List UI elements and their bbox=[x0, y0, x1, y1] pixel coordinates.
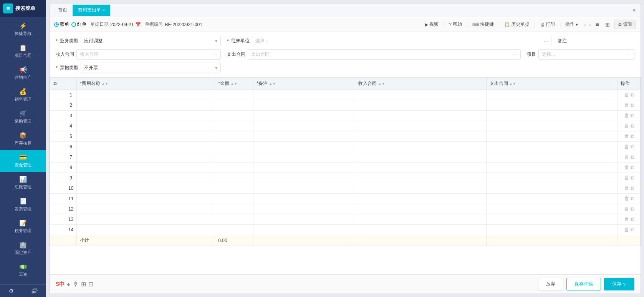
tab-home[interactable]: 首页 bbox=[53, 5, 73, 16]
row-expense-contract-11[interactable] bbox=[486, 194, 617, 204]
row-remark-7[interactable] bbox=[253, 152, 355, 163]
row-income-contract-12[interactable] bbox=[355, 204, 486, 214]
row-delete-10[interactable]: 🗑 bbox=[624, 185, 629, 191]
diamond-icon[interactable]: ♦ bbox=[67, 281, 70, 288]
row-amount-14[interactable] bbox=[215, 225, 253, 235]
business-type-select[interactable]: 应付调整 ▾ bbox=[81, 36, 221, 46]
number-value[interactable]: BE-20220921-001 bbox=[165, 22, 202, 27]
row-copy-6[interactable]: ⧉ bbox=[631, 144, 634, 150]
row-expense-contract-6[interactable] bbox=[486, 142, 617, 152]
row-copy-13[interactable]: ⧉ bbox=[631, 216, 634, 222]
row-income-contract-13[interactable] bbox=[355, 214, 486, 225]
settings-footer-icon[interactable]: ⚙ bbox=[9, 288, 14, 294]
sort-remark[interactable]: ▲▼ bbox=[269, 82, 276, 86]
row-remark-12[interactable] bbox=[253, 204, 355, 214]
shortcut-btn[interactable]: ⌨ 快捷键 bbox=[471, 20, 495, 28]
tab-expense[interactable]: 费用支出单 × bbox=[73, 5, 110, 16]
discard-button[interactable]: 放弃 bbox=[538, 278, 563, 290]
expense-contract-input[interactable]: 支出合同 ··· bbox=[248, 49, 521, 60]
grid-view-btn[interactable]: ⊞ bbox=[604, 21, 611, 28]
list-view-btn[interactable]: ≡ bbox=[594, 20, 601, 29]
nav-prev-btn[interactable]: ‹ bbox=[584, 22, 586, 28]
row-expense-contract-5[interactable] bbox=[486, 131, 617, 142]
row-amount-13[interactable] bbox=[215, 214, 253, 225]
row-delete-7[interactable]: 🗑 bbox=[624, 154, 629, 160]
row-income-contract-8[interactable] bbox=[355, 163, 486, 173]
row-delete-14[interactable]: 🗑 bbox=[624, 227, 629, 233]
row-expense-name-3[interactable] bbox=[77, 111, 215, 121]
sort-expense-name[interactable]: ▲▼ bbox=[101, 82, 108, 86]
row-amount-4[interactable] bbox=[215, 121, 253, 131]
row-copy-11[interactable]: ⧉ bbox=[631, 196, 634, 202]
sidebar-item-marketing[interactable]: 📢营销推广 bbox=[0, 62, 46, 84]
date-value[interactable]: 2022-09-21 bbox=[110, 22, 134, 27]
row-expense-contract-13[interactable] bbox=[486, 214, 617, 225]
row-delete-6[interactable]: 🗑 bbox=[624, 144, 629, 150]
row-income-contract-4[interactable] bbox=[355, 121, 486, 131]
row-amount-3[interactable] bbox=[215, 111, 253, 121]
row-amount-11[interactable] bbox=[215, 194, 253, 204]
row-income-contract-9[interactable] bbox=[355, 173, 486, 183]
sidebar-item-capital[interactable]: 💳资金管理 bbox=[0, 150, 46, 172]
sort-income-contract[interactable]: ▲▼ bbox=[378, 82, 385, 86]
mic-icon[interactable]: 🎙 bbox=[73, 281, 79, 288]
row-copy-7[interactable]: ⧉ bbox=[631, 154, 634, 160]
row-expense-contract-12[interactable] bbox=[486, 204, 617, 214]
row-income-contract-2[interactable] bbox=[355, 100, 486, 111]
row-delete-5[interactable]: 🗑 bbox=[624, 133, 629, 139]
row-income-contract-11[interactable] bbox=[355, 194, 486, 204]
row-copy-10[interactable]: ⧉ bbox=[631, 185, 634, 191]
row-expense-name-1[interactable] bbox=[77, 90, 215, 100]
row-expense-name-14[interactable] bbox=[77, 225, 215, 235]
row-remark-10[interactable] bbox=[253, 183, 355, 194]
row-copy-5[interactable]: ⧉ bbox=[631, 133, 634, 139]
row-amount-7[interactable] bbox=[215, 152, 253, 163]
calendar-icon[interactable]: 📅 bbox=[135, 22, 141, 27]
project-dots[interactable]: ··· bbox=[626, 51, 631, 58]
row-expense-name-7[interactable] bbox=[77, 152, 215, 163]
row-expense-name-2[interactable] bbox=[77, 100, 215, 111]
row-amount-2[interactable] bbox=[215, 100, 253, 111]
radio-blue[interactable]: 蓝单 bbox=[54, 21, 69, 28]
row-expense-contract-14[interactable] bbox=[486, 225, 617, 235]
row-remark-4[interactable] bbox=[253, 121, 355, 131]
income-contract-dots[interactable]: ··· bbox=[213, 51, 217, 58]
row-amount-6[interactable] bbox=[215, 142, 253, 152]
row-amount-1[interactable] bbox=[215, 90, 253, 100]
income-contract-input[interactable]: 收入合同 ··· bbox=[76, 49, 221, 60]
video-btn[interactable]: ▶ 视频 bbox=[423, 20, 440, 28]
history-btn[interactable]: 📋 历史单据 bbox=[503, 20, 531, 28]
row-income-contract-5[interactable] bbox=[355, 131, 486, 142]
sidebar-item-project-contract[interactable]: 📋项目合同 bbox=[0, 40, 46, 62]
row-amount-9[interactable] bbox=[215, 173, 253, 183]
row-expense-name-13[interactable] bbox=[77, 214, 215, 225]
row-expense-name-8[interactable] bbox=[77, 163, 215, 173]
row-remark-9[interactable] bbox=[253, 173, 355, 183]
search-menu-icon[interactable]: ☰ bbox=[3, 3, 13, 13]
row-copy-14[interactable]: ⧉ bbox=[631, 227, 634, 233]
row-copy-4[interactable]: ⧉ bbox=[631, 123, 634, 129]
row-delete-12[interactable]: 🗑 bbox=[624, 206, 629, 212]
row-delete-3[interactable]: 🗑 bbox=[624, 113, 629, 119]
row-remark-3[interactable] bbox=[253, 111, 355, 121]
sort-expense-contract[interactable]: ▲▼ bbox=[509, 82, 516, 86]
row-remark-2[interactable] bbox=[253, 100, 355, 111]
row-expense-name-12[interactable] bbox=[77, 204, 215, 214]
row-amount-8[interactable] bbox=[215, 163, 253, 173]
row-expense-name-4[interactable] bbox=[77, 121, 215, 131]
tab-expense-close[interactable]: × bbox=[103, 8, 105, 12]
row-copy-2[interactable]: ⧉ bbox=[631, 102, 634, 108]
row-income-contract-6[interactable] bbox=[355, 142, 486, 152]
row-amount-12[interactable] bbox=[215, 204, 253, 214]
window-close-button[interactable]: × bbox=[631, 7, 637, 14]
row-income-contract-3[interactable] bbox=[355, 111, 486, 121]
row-copy-8[interactable]: ⧉ bbox=[631, 164, 634, 171]
row-expense-contract-4[interactable] bbox=[486, 121, 617, 131]
counterpart-input[interactable]: 选择... ··· bbox=[252, 36, 551, 46]
sidebar-header[interactable]: ☰ 搜索菜单 bbox=[0, 0, 46, 17]
row-copy-12[interactable]: ⧉ bbox=[631, 206, 634, 212]
sidebar-item-inventory[interactable]: 📦库存核算 bbox=[0, 128, 46, 150]
sidebar-item-invoice[interactable]: 🧾发票管理 bbox=[0, 194, 46, 216]
row-expense-contract-1[interactable] bbox=[486, 90, 617, 100]
row-delete-13[interactable]: 🗑 bbox=[624, 216, 629, 222]
